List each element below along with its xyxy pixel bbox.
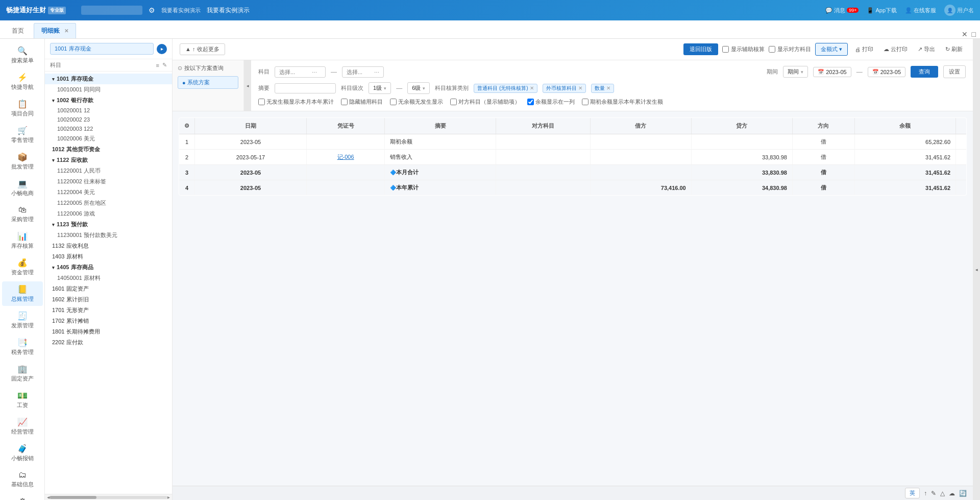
- sidebar-item-fixed-assets[interactable]: 🏢 固定资产: [2, 361, 43, 386]
- tree-item-1123[interactable]: ▾1123 预付款: [45, 219, 172, 230]
- sidebar-item-project[interactable]: 📋 项目合同: [2, 96, 43, 121]
- sidebar-item-tax[interactable]: 📑 税务管理: [2, 335, 43, 359]
- tree-item-1403[interactable]: 1403 原材料: [45, 251, 172, 262]
- tree-item-10020006[interactable]: 10020006 美元: [45, 133, 172, 144]
- sidebar-item-purchase[interactable]: 🛍 采购管理: [2, 202, 43, 226]
- col-direction[interactable]: 方向: [792, 118, 854, 134]
- tree-item-1702[interactable]: 1702 累计摊销: [45, 316, 172, 326]
- period-start-container[interactable]: 📅 2023-05: [813, 67, 851, 77]
- tree-item-2202[interactable]: 2202 应付款: [45, 337, 172, 348]
- settings-icon[interactable]: ⚙: [149, 6, 155, 14]
- tree-item-1701[interactable]: 1701 无形资产: [45, 305, 172, 316]
- tab-more-icon[interactable]: □: [972, 30, 976, 38]
- col-balance[interactable]: 余额: [854, 118, 955, 134]
- tree-item-1002[interactable]: ▾1002 银行存款: [45, 95, 172, 106]
- show-opposite-input[interactable]: [769, 46, 775, 53]
- col-summary[interactable]: 摘要: [385, 118, 496, 134]
- subject-input-container[interactable]: ···: [275, 66, 326, 78]
- col-debit[interactable]: 借方: [590, 118, 691, 134]
- demo-link-text[interactable]: 我要看实例演示: [207, 6, 250, 15]
- show-aux-input[interactable]: [722, 46, 729, 53]
- checkbox-balance-one-col[interactable]: 余额显示在一列: [527, 98, 575, 106]
- col-voucher[interactable]: 凭证号: [307, 118, 385, 134]
- tree-item-10020001[interactable]: 10020001 12: [45, 106, 172, 115]
- col-settings[interactable]: ⚙: [179, 118, 195, 134]
- scrollbar-track[interactable]: [50, 496, 167, 499]
- tree-item-1801[interactable]: 1801 长期待摊费用: [45, 326, 172, 337]
- query-btn[interactable]: 查询: [911, 66, 938, 78]
- close-icon[interactable]: ✕: [64, 28, 68, 34]
- subject-input2-container[interactable]: ···: [342, 66, 384, 78]
- message-btn[interactable]: 💬 消息 99+: [825, 7, 859, 14]
- sidebar-item-expense[interactable]: 🧳 小畅报销: [2, 441, 43, 465]
- tree-item-10020003[interactable]: 10020003 122: [45, 124, 172, 133]
- checkbox-no-zero-input[interactable]: [390, 99, 397, 105]
- col-opposite[interactable]: 对方科目: [496, 118, 590, 134]
- print-btn[interactable]: 🖨 打印: [852, 44, 876, 55]
- filter-collapse-btn[interactable]: ◂: [244, 60, 251, 111]
- tag-quantity-close[interactable]: ✕: [606, 85, 610, 91]
- subject-input[interactable]: [279, 69, 310, 75]
- bottom-icon-2[interactable]: ✎: [931, 490, 936, 497]
- collapse-more-btn[interactable]: ▲ ↑ 收起更多: [180, 43, 225, 55]
- tree-item-10020002[interactable]: 10020002 23: [45, 115, 172, 124]
- tab-detail[interactable]: 明细账 ✕: [34, 23, 76, 38]
- sidebar-item-wholesale[interactable]: 📦 批发管理: [2, 149, 43, 174]
- checkbox-no-zero[interactable]: 无余额无发生显示: [390, 98, 443, 106]
- tree-item-11220002[interactable]: 11220002 往来标签: [45, 176, 172, 187]
- right-collapse-panel[interactable]: ◂: [973, 39, 980, 500]
- sidebar-item-capital[interactable]: 💰 资金管理: [2, 255, 43, 279]
- checkbox-balance-one-col-input[interactable]: [527, 99, 534, 105]
- tree-item-11220006[interactable]: 11220006 游戏: [45, 208, 172, 219]
- tree-item-1132[interactable]: 1132 应收利息: [45, 241, 172, 251]
- tree-item-1405[interactable]: ▾1405 库存商品: [45, 262, 172, 273]
- col-date[interactable]: 日期: [195, 118, 307, 134]
- setting-btn[interactable]: 设置: [943, 65, 966, 78]
- tree-item-11220005[interactable]: 11220005 所在地区: [45, 198, 172, 208]
- summary-input[interactable]: [275, 83, 336, 93]
- show-opposite-checkbox[interactable]: 显示对方科目: [769, 45, 811, 53]
- sidebar-item-operation[interactable]: 📈 经营管理: [2, 414, 43, 439]
- bottom-icon-4[interactable]: ☁: [949, 490, 955, 497]
- sidebar-item-quick-nav[interactable]: ⚡ 快捷导航: [2, 69, 43, 94]
- sidebar-item-search[interactable]: 🔍 搜索菜单: [2, 43, 43, 67]
- tree-item-11220001[interactable]: 11220001 人民币: [45, 165, 172, 176]
- bottom-icon-5[interactable]: 🔄: [959, 490, 967, 497]
- tag-quantity[interactable]: 数量✕: [591, 84, 614, 93]
- col-credit[interactable]: 贷方: [691, 118, 792, 134]
- selected-account[interactable]: 1001 库存现金: [50, 43, 154, 55]
- sidebar-item-ecommerce[interactable]: 💻 小畅电商: [2, 176, 43, 200]
- en-btn[interactable]: 英: [905, 488, 920, 498]
- tree-item-11230001[interactable]: 11230001 预付款数美元: [45, 230, 172, 241]
- voucher-link-2[interactable]: 记-006: [337, 154, 354, 160]
- scroll-right-btn[interactable]: ▸: [167, 494, 170, 500]
- sidebar-item-retail[interactable]: 🛒 零售管理: [2, 123, 43, 147]
- demo-link[interactable]: 我要看实例演示: [161, 7, 201, 14]
- format-amount-btn[interactable]: 金额式 ▾: [815, 43, 848, 56]
- tree-item-1602[interactable]: 1602 累计折旧: [45, 294, 172, 305]
- tag-normal[interactable]: 普通科目 (无特殊核算)✕: [474, 84, 537, 93]
- tree-item-1012[interactable]: 1012 其他货币资金: [45, 144, 172, 155]
- checkbox-no-balance-input[interactable]: [258, 99, 265, 105]
- checkbox-show-opposite-input[interactable]: [450, 99, 457, 105]
- tree-item-1001[interactable]: ▾1001 库存现金: [45, 74, 172, 84]
- tree-list-icon[interactable]: ≡: [156, 62, 159, 68]
- checkbox-show-opposite[interactable]: 对方科目（显示辅助项）: [450, 98, 520, 106]
- bottom-icon-3[interactable]: △: [940, 490, 945, 497]
- tree-item-1601[interactable]: 1601 固定资产: [45, 283, 172, 294]
- tag-foreign-close[interactable]: ✕: [578, 85, 582, 91]
- sidebar-item-payroll[interactable]: 💵 工资: [2, 388, 43, 412]
- tree-item-14050001[interactable]: 14050001 原材料: [45, 273, 172, 283]
- sidebar-item-basic[interactable]: 🗂 基础信息: [2, 467, 43, 491]
- tree-item-10010001[interactable]: 10010001 同同同: [45, 84, 172, 95]
- system-scheme-btn[interactable]: ● 系统方案: [178, 76, 238, 89]
- sidebar-item-ledger[interactable]: 📒 总账管理: [2, 281, 43, 306]
- sidebar-item-invoice[interactable]: 🧾 发票管理: [2, 308, 43, 332]
- export-btn[interactable]: ↗ 导出: [915, 44, 938, 55]
- level-to-container[interactable]: 6级 ▾: [407, 82, 430, 94]
- sidebar-item-inventory[interactable]: 📊 库存核算: [2, 228, 43, 253]
- refresh-btn[interactable]: ↻ 刷新: [942, 44, 966, 55]
- cell-voucher-2[interactable]: 记-006: [307, 150, 385, 165]
- tab-home[interactable]: 首页: [4, 23, 32, 38]
- tab-close-all-icon[interactable]: ✕: [962, 30, 968, 38]
